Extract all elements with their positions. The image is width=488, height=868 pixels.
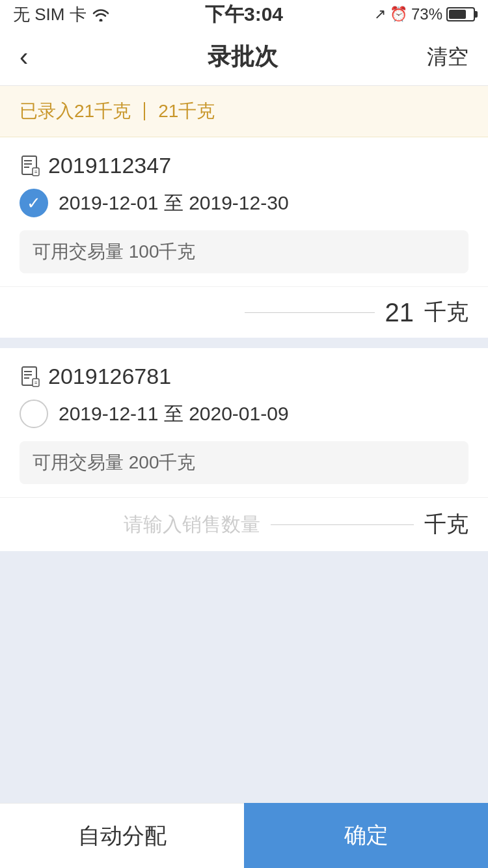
section-separator	[0, 338, 488, 348]
bottom-spacer	[0, 551, 488, 837]
batch-id-row-2: ≡ 2019126781	[20, 364, 468, 389]
qty-underline-1	[245, 312, 375, 313]
nav-bar: ‹ 录批次 清空	[0, 29, 488, 86]
batch-card-2: ≡ 2019126781 2019-12-11 至 2020-01-09 可用交…	[0, 348, 488, 551]
location-icon: ↗	[374, 6, 386, 23]
page-title: 录批次	[208, 41, 278, 73]
auto-distribute-button[interactable]: 自动分配	[0, 803, 244, 868]
doc-icon-2: ≡	[20, 366, 42, 388]
wifi-icon	[92, 8, 110, 21]
batch-id-2: 2019126781	[48, 364, 171, 389]
svg-text:≡: ≡	[34, 380, 38, 386]
clear-button[interactable]: 清空	[427, 43, 468, 72]
confirm-button[interactable]: 确定	[244, 803, 488, 868]
back-button[interactable]: ‹	[20, 42, 59, 72]
batch-card-1: ≡ 2019112347 ✓ 2019-12-01 至 2019-12-30 可…	[0, 137, 488, 338]
batch-id-1: 2019112347	[48, 153, 171, 178]
svg-rect-3	[24, 167, 29, 168]
svg-rect-8	[24, 374, 32, 375]
battery-icon	[446, 7, 475, 21]
info-amount: 21千克	[158, 99, 215, 124]
batch-date-row-1[interactable]: ✓ 2019-12-01 至 2019-12-30	[20, 189, 468, 217]
qty-input-row-1: 21 千克	[0, 286, 488, 338]
svg-text:≡: ≡	[34, 169, 38, 175]
main-content: ≡ 2019112347 ✓ 2019-12-01 至 2019-12-30 可…	[0, 137, 488, 837]
batch-id-row-1: ≡ 2019112347	[20, 153, 468, 178]
status-bar: 无 SIM 卡 下午3:04 ↗ ⏰ 73%	[0, 0, 488, 29]
doc-icon-1: ≡	[20, 155, 42, 177]
svg-rect-1	[24, 160, 32, 161]
recorded-label: 已录入21千克	[20, 99, 131, 124]
batch-date-1: 2019-12-01 至 2019-12-30	[59, 190, 289, 217]
available-qty-2: 可用交易量 200千克	[20, 441, 468, 484]
carrier-text: 无 SIM 卡	[13, 3, 87, 26]
status-indicators: ↗ ⏰ 73%	[374, 5, 475, 23]
svg-rect-7	[24, 371, 32, 372]
footer: 自动分配 确定	[0, 803, 488, 868]
status-time: 下午3:04	[205, 1, 283, 28]
qty-placeholder-2[interactable]: 请输入销售数量	[124, 511, 260, 538]
qty-unit-2: 千克	[424, 509, 468, 539]
alarm-icon: ⏰	[390, 6, 407, 23]
info-divider	[144, 102, 145, 120]
radio-1[interactable]: ✓	[20, 189, 48, 217]
qty-input-row-2: 请输入销售数量 千克	[0, 497, 488, 551]
qty-underline-2	[271, 524, 414, 525]
qty-value-1[interactable]: 21	[385, 298, 414, 327]
info-banner: 已录入21千克 21千克	[0, 86, 488, 137]
svg-rect-2	[24, 163, 32, 165]
check-icon-1: ✓	[27, 193, 41, 213]
svg-rect-9	[24, 377, 29, 379]
available-qty-1: 可用交易量 100千克	[20, 230, 468, 273]
batch-date-row-2[interactable]: 2019-12-11 至 2020-01-09	[20, 400, 468, 428]
status-carrier: 无 SIM 卡	[13, 3, 110, 26]
batch-date-2: 2019-12-11 至 2020-01-09	[59, 401, 289, 427]
radio-2[interactable]	[20, 400, 48, 428]
qty-unit-1: 千克	[424, 297, 468, 327]
battery-percent: 73%	[411, 5, 442, 23]
